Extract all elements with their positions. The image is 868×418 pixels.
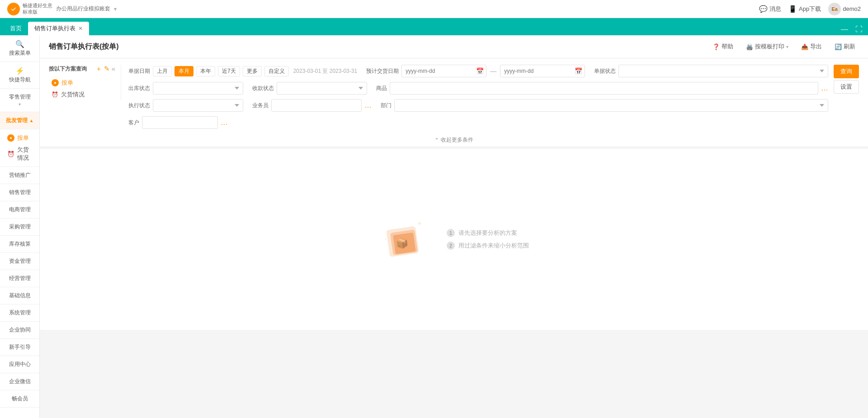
sidebar-item-marketing[interactable]: 营销推广 [0,167,39,184]
order-status-select[interactable] [618,65,828,77]
sidebar-item-enterprise-wechat[interactable]: 企业微信 [0,373,39,390]
sidebar-item-member[interactable]: 畅会员 [0,390,39,408]
product-input[interactable] [390,82,818,95]
product-more-icon[interactable]: … [821,84,828,92]
empty-hints: 1 请先选择要分析的方案 2 用过滤条件来缩小分析范围 [447,229,529,250]
exec-status-label: 执行状态 [128,102,150,109]
field-expected-date: 预计交货日期 📅 — 📅 [366,65,585,77]
filter-row-2: 出库状态 收款状态 [128,82,828,95]
sidebar-item-quick-nav[interactable]: ⚡ 快捷导航 [0,62,39,89]
filter-panel: 按以下方案查询 ＋ ✎ « ● 按单 ⏰ 欠货情况 [40,58,868,147]
product-label: 商品 [376,85,387,92]
sidebar-item-retail[interactable]: 零售管理 ▾ [0,89,39,112]
tab-sales-exec[interactable]: 销售订单执行表 ✕ [28,22,89,35]
scheme-header: 按以下方案查询 ＋ ✎ « [49,65,115,73]
expected-date-from[interactable] [401,65,486,77]
date-btn-this-year[interactable]: 本年 [196,66,215,76]
customer-more-icon[interactable]: … [221,119,228,127]
refresh-icon: 🔄 [835,43,842,50]
breadcrumb: 办公用品行业模拟账套 [56,5,110,13]
date-btn-more[interactable]: 更多 [243,66,262,76]
breadcrumb-arrow-icon[interactable]: ▾ [114,6,117,12]
sidebar-item-app-center[interactable]: 应用中心 [0,356,39,373]
nav-tabs: 首页 销售订单执行表 ✕ — ⛶ [0,18,868,35]
collapse-bar[interactable]: ⌃ 收起更多条件 [49,133,859,147]
field-dept: 部门 [381,99,828,112]
date-btn-custom[interactable]: 自定义 [264,66,289,76]
sidebar-item-ecommerce[interactable]: 电商管理 [0,201,39,218]
scheme-item-欠货[interactable]: ⏰ 欠货情况 [49,89,115,100]
help-btn[interactable]: ❓ 帮助 [709,41,737,52]
sidebar-item-inventory[interactable]: 库存核算 [0,236,39,253]
edit-scheme-icon[interactable]: ✎ [104,65,110,73]
print-btn[interactable]: 🖨️ 按模板打印 ▾ [742,41,792,52]
field-receipt-status: 收款状态 [252,82,367,95]
scheme-actions: ＋ ✎ « [95,65,115,73]
sidebar-item-system[interactable]: 系统管理 [0,304,39,322]
scheme-item-按单[interactable]: ● 按单 [49,77,115,89]
logo-area: 畅捷通好生意 标准版 [7,3,52,15]
sidebar-item-wholesale[interactable]: 批发管理 ▲ [0,112,39,129]
user-menu[interactable]: Ea demo2 [828,3,861,15]
calendar-from-icon[interactable]: 📅 [476,67,484,75]
order-status-select-wrap [618,65,828,77]
receipt-status-select[interactable] [277,82,367,95]
export-icon: 📤 [801,43,808,50]
export-btn[interactable]: 📤 导出 [797,41,826,52]
out-status-label: 出库状态 [128,85,150,92]
sidebar-item-sales[interactable]: 销售管理 [0,184,39,201]
query-button[interactable]: 查询 [834,65,859,78]
tab-home[interactable]: 首页 [4,22,28,35]
home-tab-label: 首页 [10,24,22,33]
exec-status-select[interactable] [153,99,243,112]
salesperson-more-icon[interactable]: … [364,101,372,109]
search-icon: 🔍 [2,40,38,48]
sub-sidebar-item-欠货情况[interactable]: ⏰ 欠货情况 [4,144,36,164]
out-status-select[interactable] [153,82,243,95]
field-customer: 客户 … [128,116,228,129]
customer-label: 客户 [128,119,139,127]
hint1-num: 1 [447,229,455,237]
page-title: 销售订单执行表(按单) [49,42,119,57]
top-bar-right: 💬 消息 📱 App下载 Ea demo2 [759,3,861,15]
date-dash: — [489,67,497,75]
download-icon: 📱 [788,5,797,13]
date-range-text: 2023-03-01 至 2023-03-31 [293,67,357,75]
receipt-status-select-wrap [277,82,367,95]
sidebar-item-new-guide[interactable]: 新手引导 [0,339,39,356]
tab-maximize-icon[interactable]: ⛶ [854,24,864,35]
salesperson-label: 业务员 [252,102,269,109]
order-status-label: 单据状态 [594,67,616,75]
receipt-status-label: 收款状态 [252,85,274,92]
add-scheme-icon[interactable]: ＋ [95,65,102,73]
settings-button[interactable]: 设置 [834,80,859,94]
collapse-scheme-icon[interactable]: « [112,65,115,73]
date-btn-last-month[interactable]: 上月 [153,66,172,76]
customer-input[interactable] [142,116,218,129]
tab-minimize-icon[interactable]: — [839,24,850,35]
sidebar-item-finance[interactable]: 资金管理 [0,253,39,270]
date-btn-7days[interactable]: 近7天 [218,66,240,76]
sub-sidebar-item-按单[interactable]: ● 按单 [4,132,36,144]
field-out-status: 出库状态 [128,82,243,95]
sidebar-item-enterprise-collab[interactable]: 企业协同 [0,322,39,339]
app-download-btn[interactable]: 📱 App下载 [788,5,821,13]
date-btn-this-month[interactable]: 本月 [175,66,193,76]
dept-select[interactable] [394,99,828,112]
sidebar-item-operations[interactable]: 经营管理 [0,270,39,287]
message-btn[interactable]: 💬 消息 [759,5,781,13]
expected-date-to[interactable] [500,65,585,77]
quick-nav-icon: ⚡ [2,66,38,75]
tab-close-icon[interactable]: ✕ [78,25,83,32]
print-arrow-icon: ▾ [786,44,788,49]
sidebar-item-purchase[interactable]: 采购管理 [0,218,39,236]
salesperson-input[interactable] [271,99,362,112]
dept-label: 部门 [381,102,392,109]
sidebar-item-search[interactable]: 🔍 搜索菜单 [0,35,39,62]
empty-hint-2: 2 用过滤条件来缩小分析范围 [447,242,529,250]
avatar: Ea [828,3,841,15]
refresh-btn[interactable]: 🔄 刷新 [831,41,859,52]
sidebar-item-basic-info[interactable]: 基础信息 [0,287,39,304]
calendar-to-icon[interactable]: 📅 [575,67,582,75]
filter-container: 按以下方案查询 ＋ ✎ « ● 按单 ⏰ 欠货情况 [49,65,859,133]
